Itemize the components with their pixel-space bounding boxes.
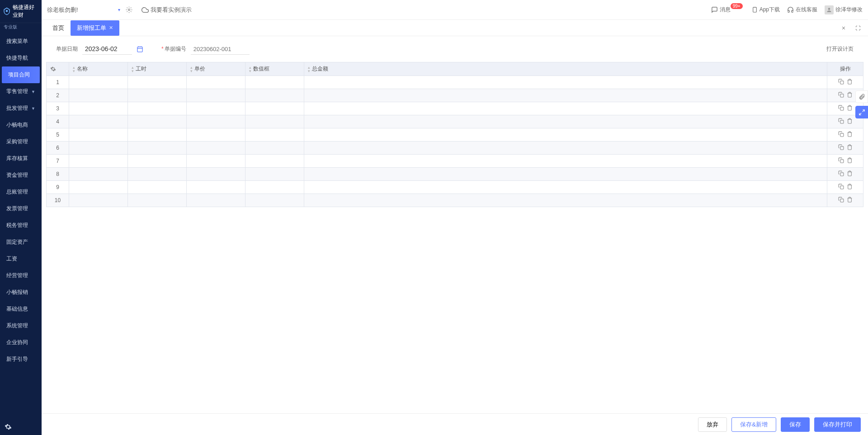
- attachment-button[interactable]: [855, 90, 868, 103]
- cell-total[interactable]: [304, 89, 827, 102]
- sidebar-item-0[interactable]: 搜索菜单: [0, 33, 42, 50]
- messages-button[interactable]: 消息 99+: [711, 6, 745, 14]
- copy-row-icon[interactable]: [838, 197, 844, 203]
- cell-price[interactable]: [187, 181, 245, 194]
- sidebar-item-10[interactable]: 发票管理: [0, 200, 42, 217]
- cell-number[interactable]: [245, 142, 304, 155]
- sidebar-item-13[interactable]: 工资: [0, 251, 42, 267]
- sidebar-item-9[interactable]: 总账管理: [0, 184, 42, 200]
- cell-price[interactable]: [187, 155, 245, 168]
- code-input[interactable]: [191, 44, 250, 55]
- cell-hours[interactable]: [128, 128, 187, 142]
- open-design-link[interactable]: 打开设计页: [826, 45, 854, 53]
- cell-total[interactable]: [304, 142, 827, 155]
- sidebar-settings-icon[interactable]: [5, 423, 37, 430]
- cell-number[interactable]: [245, 155, 304, 168]
- table-row[interactable]: 2: [47, 89, 863, 102]
- cell-total[interactable]: [304, 76, 827, 89]
- calendar-icon[interactable]: [137, 46, 143, 52]
- cell-number[interactable]: [245, 76, 304, 89]
- cell-total[interactable]: [304, 181, 827, 194]
- cell-total[interactable]: [304, 128, 827, 142]
- copy-row-icon[interactable]: [838, 131, 844, 137]
- cell-hours[interactable]: [128, 102, 187, 115]
- table-row[interactable]: 7: [47, 155, 863, 168]
- expand-button[interactable]: [855, 106, 868, 118]
- app-download-button[interactable]: App下载: [752, 6, 780, 14]
- sidebar-item-5[interactable]: 小畅电商: [0, 117, 42, 133]
- sidebar-item-11[interactable]: 税务管理: [0, 217, 42, 234]
- delete-row-icon[interactable]: [847, 118, 853, 124]
- cell-number[interactable]: [245, 168, 304, 181]
- table-row[interactable]: 4: [47, 115, 863, 128]
- demo-link[interactable]: 我要看实例演示: [142, 6, 192, 14]
- close-icon[interactable]: ✕: [109, 25, 113, 31]
- sidebar-item-15[interactable]: 小畅报销: [0, 284, 42, 301]
- date-input[interactable]: [82, 43, 132, 55]
- sidebar-item-8[interactable]: 资金管理: [0, 167, 42, 184]
- cell-hours[interactable]: [128, 76, 187, 89]
- cell-price[interactable]: [187, 76, 245, 89]
- sidebar-item-2[interactable]: 项目合同: [2, 66, 40, 83]
- table-row[interactable]: 10: [47, 194, 863, 207]
- save-and-print-button[interactable]: 保存并打印: [814, 417, 861, 432]
- fullscreen-button[interactable]: [853, 23, 863, 33]
- column-hours[interactable]: ▴▾工时: [128, 62, 187, 76]
- cell-name[interactable]: [69, 168, 128, 181]
- copy-row-icon[interactable]: [838, 79, 844, 85]
- delete-row-icon[interactable]: [847, 170, 853, 176]
- cell-hours[interactable]: [128, 115, 187, 128]
- save-button[interactable]: 保存: [781, 417, 810, 432]
- copy-row-icon[interactable]: [838, 184, 844, 189]
- cell-price[interactable]: [187, 128, 245, 142]
- cell-price[interactable]: [187, 168, 245, 181]
- column-total[interactable]: ▴▾总金额: [304, 62, 827, 76]
- company-settings-icon[interactable]: [126, 6, 132, 13]
- copy-row-icon[interactable]: [838, 105, 844, 111]
- cell-price[interactable]: [187, 89, 245, 102]
- sidebar-item-18[interactable]: 企业协同: [0, 334, 42, 351]
- cell-name[interactable]: [69, 194, 128, 207]
- cell-number[interactable]: [245, 194, 304, 207]
- cell-number[interactable]: [245, 128, 304, 142]
- cell-price[interactable]: [187, 115, 245, 128]
- tab-1[interactable]: 新增报工单✕: [71, 20, 119, 36]
- table-settings-header[interactable]: [47, 62, 69, 76]
- cell-name[interactable]: [69, 115, 128, 128]
- delete-row-icon[interactable]: [847, 184, 853, 189]
- table-row[interactable]: 5: [47, 128, 863, 142]
- discard-button[interactable]: 放弃: [698, 417, 727, 432]
- sidebar-item-6[interactable]: 采购管理: [0, 133, 42, 150]
- cell-number[interactable]: [245, 181, 304, 194]
- column-number[interactable]: ▴▾数值框: [245, 62, 304, 76]
- cell-name[interactable]: [69, 102, 128, 115]
- copy-row-icon[interactable]: [838, 144, 844, 150]
- delete-row-icon[interactable]: [847, 79, 853, 85]
- copy-row-icon[interactable]: [838, 157, 844, 163]
- sidebar-item-19[interactable]: 新手引导: [0, 351, 42, 368]
- cell-number[interactable]: [245, 89, 304, 102]
- copy-row-icon[interactable]: [838, 170, 844, 176]
- column-price[interactable]: ▴▾单价: [187, 62, 245, 76]
- cell-name[interactable]: [69, 181, 128, 194]
- delete-row-icon[interactable]: [847, 92, 853, 98]
- cell-name[interactable]: [69, 142, 128, 155]
- table-row[interactable]: 3: [47, 102, 863, 115]
- delete-row-icon[interactable]: [847, 131, 853, 137]
- sidebar-item-1[interactable]: 快捷导航: [0, 50, 42, 66]
- table-row[interactable]: 8: [47, 168, 863, 181]
- sidebar-item-3[interactable]: 零售管理▼: [0, 83, 42, 100]
- delete-row-icon[interactable]: [847, 144, 853, 150]
- copy-row-icon[interactable]: [838, 118, 844, 124]
- cell-hours[interactable]: [128, 155, 187, 168]
- cell-hours[interactable]: [128, 142, 187, 155]
- cell-name[interactable]: [69, 89, 128, 102]
- save-and-new-button[interactable]: 保存&新增: [731, 417, 776, 432]
- copy-row-icon[interactable]: [838, 92, 844, 98]
- cell-hours[interactable]: [128, 181, 187, 194]
- sidebar-item-17[interactable]: 系统管理: [0, 317, 42, 334]
- delete-row-icon[interactable]: [847, 197, 853, 203]
- sidebar-item-14[interactable]: 经营管理: [0, 267, 42, 284]
- table-row[interactable]: 6: [47, 142, 863, 155]
- column-name[interactable]: ▴▾名称: [69, 62, 128, 76]
